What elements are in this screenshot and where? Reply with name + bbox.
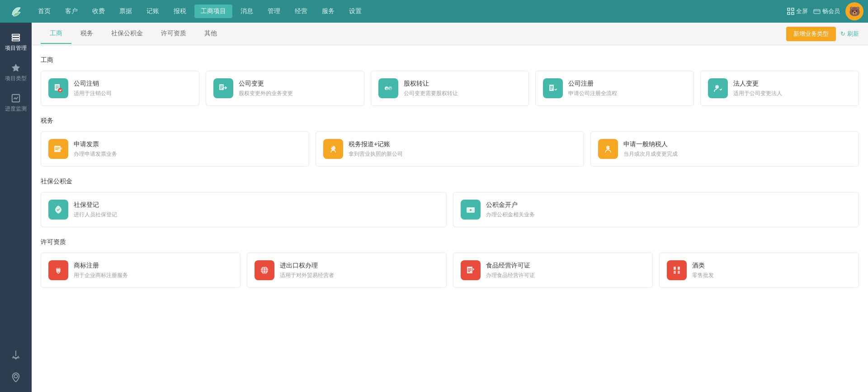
card-info-food: 食品经营许可证 办理食品经营许可证 <box>486 262 645 279</box>
card-icon-equity: ¥ ¥ <box>378 78 398 98</box>
card-info-legal: 法人变更 适用于公司变更法人 <box>733 80 851 97</box>
card-general-taxpayer[interactable]: 申请一般纳税人 当月或次月成变更完成 <box>590 131 859 167</box>
top-navigation: 首页 客户 收费 票据 记账 报税 工商项目 消息 管理 经营 服务 设置 全屏 <box>0 0 868 23</box>
tab-gongshang[interactable]: 工商 <box>41 24 71 44</box>
svg-rect-31 <box>678 267 680 270</box>
card-info-import-export: 进出口权办理 适用于对外贸易经营者 <box>280 262 439 279</box>
sidebar-item-project-manage[interactable]: 项目管理 <box>0 27 32 57</box>
svg-rect-7 <box>12 39 20 41</box>
logo <box>5 4 27 19</box>
card-icon-change <box>213 78 233 98</box>
vip-btn[interactable]: 畅会员 <box>813 7 840 15</box>
card-info-change: 公司变更 股权变更外的业务变更 <box>239 80 357 97</box>
shebao-cards: 社保登记 进行人员社保登记 公积金开户 办理公积金相关业务 <box>41 192 859 227</box>
nav-tax[interactable]: 报税 <box>167 5 193 18</box>
tab-xuke[interactable]: 许可资质 <box>152 24 195 44</box>
sidebar-location[interactable] <box>7 367 24 387</box>
svg-rect-0 <box>788 8 790 10</box>
card-info-invoice: 申请发票 办理申请发票业务 <box>74 140 302 158</box>
section-title-xuke: 许可资质 <box>41 238 859 246</box>
card-info-wine: 酒类 零售批发 <box>692 262 851 279</box>
card-icon-tax-report <box>323 139 343 159</box>
scroll-content[interactable]: 工商 公司注销 适用于注销公司 <box>32 45 868 392</box>
fullscreen-btn[interactable]: 全屏 <box>787 7 808 15</box>
tab-shuiwu[interactable]: 税务 <box>71 24 102 44</box>
main-layout: 项目管理 项目类型 进度监测 <box>0 23 868 392</box>
card-info-register: 公司注册 申请公司注册全流程 <box>568 80 686 97</box>
card-info-provident: 公积金开户 办理公积金相关业务 <box>486 201 851 219</box>
card-import-export[interactable]: 进出口权办理 适用于对外贸易经营者 <box>247 253 447 288</box>
card-company-change[interactable]: 公司变更 股权变更外的业务变更 <box>206 71 364 106</box>
svg-point-9 <box>14 375 17 378</box>
xuke-cards: 商标注册 用于企业商标注册服务 进出口权办理 <box>41 253 859 288</box>
card-company-register[interactable]: 公司注册 申请公司注册全流程 <box>535 71 694 106</box>
card-icon-taxpayer <box>598 139 618 159</box>
nav-business[interactable]: 工商项目 <box>194 5 232 18</box>
svg-rect-32 <box>674 271 676 274</box>
card-icon-cancel <box>48 78 68 98</box>
card-icon-invoice <box>48 139 68 159</box>
svg-rect-5 <box>12 34 20 36</box>
nav-home[interactable]: 首页 <box>32 5 57 18</box>
nav-operation[interactable]: 经营 <box>288 5 314 18</box>
nav-fee[interactable]: 收费 <box>86 5 111 18</box>
svg-rect-1 <box>792 8 794 10</box>
svg-rect-2 <box>788 12 790 14</box>
nav-service[interactable]: 服务 <box>316 5 341 18</box>
sidebar-bottom <box>7 344 24 387</box>
refresh-button[interactable]: ↻ 刷新 <box>840 30 859 38</box>
section-title-gongshang: 工商 <box>41 56 859 64</box>
card-wine[interactable]: 酒类 零售批发 <box>659 253 859 288</box>
card-icon-trademark <box>48 260 68 280</box>
card-info-cancel: 公司注销 适用于注销公司 <box>74 80 192 97</box>
gongshang-cards: 公司注销 适用于注销公司 公司变更 股权变更外的业务变更 <box>41 71 859 106</box>
nav-bookkeeping[interactable]: 记账 <box>140 5 165 18</box>
sidebar-item-progress[interactable]: 进度监测 <box>0 88 32 118</box>
sidebar-item-project-type[interactable]: 项目类型 <box>0 57 32 88</box>
tab-shebao[interactable]: 社保公积金 <box>102 24 152 44</box>
tab-bar-actions: 新增业务类型 ↻ 刷新 <box>786 27 859 41</box>
tab-other[interactable]: 其他 <box>195 24 226 44</box>
svg-point-19 <box>715 85 719 89</box>
top-nav-right: 全屏 畅会员 🐻 <box>787 2 863 20</box>
svg-rect-4 <box>814 10 820 14</box>
svg-rect-20 <box>54 146 61 152</box>
card-icon-food <box>461 260 481 280</box>
nav-customer[interactable]: 客户 <box>59 5 84 18</box>
nav-items: 首页 客户 收费 票据 记账 报税 工商项目 消息 管理 经营 服务 设置 <box>32 5 787 18</box>
card-icon-social <box>48 200 68 220</box>
refresh-icon: ↻ <box>840 30 845 37</box>
add-type-button[interactable]: 新增业务类型 <box>786 27 836 41</box>
svg-point-24 <box>470 209 472 211</box>
card-social-security[interactable]: 社保登记 进行人员社保登记 <box>41 192 447 227</box>
svg-rect-25 <box>467 207 475 209</box>
mascot-avatar: 🐻 <box>845 2 863 20</box>
shuiwu-cards: 申请发票 办理申请发票业务 税务报道+记账 拿到营业执照的新 <box>41 131 859 167</box>
svg-rect-6 <box>12 37 20 38</box>
card-info-tax-report: 税务报道+记账 拿到营业执照的新公司 <box>349 140 576 158</box>
nav-settings[interactable]: 设置 <box>343 5 368 18</box>
card-icon-register <box>543 78 563 98</box>
card-info-social: 社保登记 进行人员社保登记 <box>74 201 439 219</box>
card-company-cancel[interactable]: 公司注销 适用于注销公司 <box>41 71 199 106</box>
content-area: 工商 税务 社保公积金 许可资质 其他 新增业务类型 ↻ 刷新 工商 <box>32 23 868 392</box>
card-trademark[interactable]: 商标注册 用于企业商标注册服务 <box>41 253 241 288</box>
section-title-shebao: 社保公积金 <box>41 177 859 186</box>
card-legal-change[interactable]: 法人变更 适用于公司变更法人 <box>700 71 859 106</box>
sidebar-download[interactable] <box>7 344 24 365</box>
card-equity-transfer[interactable]: ¥ ¥ 股权转让 公司变更需要股权转让 <box>371 71 529 106</box>
svg-text:¥: ¥ <box>390 87 392 91</box>
nav-message[interactable]: 消息 <box>234 5 259 18</box>
nav-manage[interactable]: 管理 <box>261 5 287 18</box>
card-food-license[interactable]: 食品经营许可证 办理食品经营许可证 <box>453 253 653 288</box>
nav-ticket[interactable]: 票据 <box>113 5 138 18</box>
card-invoice-apply[interactable]: 申请发票 办理申请发票业务 <box>41 131 309 167</box>
card-provident-fund[interactable]: 公积金开户 办理公积金相关业务 <box>453 192 859 227</box>
card-info-equity: 股权转让 公司变更需要股权转让 <box>404 80 522 97</box>
card-info-taxpayer: 申请一般纳税人 当月或次月成变更完成 <box>623 140 851 158</box>
card-info-trademark: 商标注册 用于企业商标注册服务 <box>74 262 233 279</box>
svg-rect-30 <box>674 267 676 270</box>
section-title-shuiwu: 税务 <box>41 117 859 125</box>
svg-rect-33 <box>678 271 680 274</box>
card-tax-report[interactable]: 税务报道+记账 拿到营业执照的新公司 <box>316 131 584 167</box>
